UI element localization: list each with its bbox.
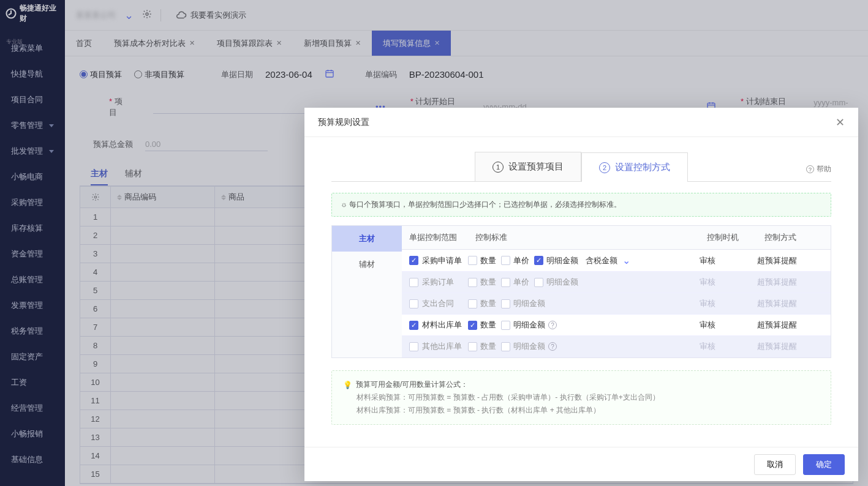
formula-box: 💡 预算可用金额/可用数量计算公式： 材料采购预算：可用预算数 = 预算数 - … <box>331 370 831 425</box>
scope-checkbox[interactable] <box>409 299 418 308</box>
checkbox-明细金额[interactable]: 明细金额 ? <box>501 341 557 352</box>
cfg-row-0: 采购申请单数量单价明细金额含税金额⌄审核超预算提醒 <box>402 250 831 272</box>
checkbox-数量[interactable]: 数量 <box>468 298 496 309</box>
checkbox-明细金额[interactable]: 明细金额 <box>534 255 578 266</box>
checkbox-数量[interactable]: 数量 <box>468 255 496 266</box>
scope-checkbox[interactable] <box>409 278 418 287</box>
cfg-col-scope: 单据控制范围 <box>402 226 468 249</box>
checkbox-明细金额[interactable]: 明细金额 <box>534 277 578 288</box>
cfg-col-std: 控制标准 <box>468 226 700 249</box>
cfg-col-time: 控制时机 <box>700 226 757 249</box>
checkbox-单价[interactable]: 单价 <box>501 277 529 288</box>
budget-rules-modal: 预算规则设置 ✕ 1设置预算项目 2设置控制方式 ?帮助 ☼ 每口个预算项口，单… <box>304 108 858 481</box>
checkbox-数量[interactable]: 数量 <box>468 277 496 288</box>
help-link[interactable]: ?帮助 <box>806 164 831 174</box>
notice-bar: ☼ 每口个预算项口，单据控制范围口少选择口个；已选控制单据，必须选择控制标准。 <box>331 193 831 217</box>
cfg-side-aux[interactable]: 辅材 <box>332 252 402 277</box>
cfg-row-1: 采购订单数量单价明细金额审核超预算提醒 <box>402 272 831 293</box>
checkbox-单价[interactable]: 单价 <box>501 255 529 266</box>
checkbox-数量[interactable]: 数量 <box>468 341 496 352</box>
ok-button[interactable]: 确定 <box>803 454 845 475</box>
dropdown-icon[interactable]: ⌄ <box>622 255 630 266</box>
modal-title: 预算规则设置 <box>318 117 369 128</box>
step-tab-1[interactable]: 1设置预算项目 <box>475 152 581 181</box>
cfg-row-3: 材料出库单数量明细金额 ?审核超预算提醒 <box>402 315 831 336</box>
step-tab-2[interactable]: 2设置控制方式 <box>581 152 688 182</box>
scope-checkbox[interactable] <box>409 256 418 265</box>
cfg-row-4: 其他出库单数量明细金额 ?审核超预算提醒 <box>402 336 831 357</box>
cfg-row-2: 支出合同数量明细金额审核超预算提醒 <box>402 293 831 315</box>
checkbox-明细金额[interactable]: 明细金额 ? <box>501 320 557 331</box>
cfg-side-main[interactable]: 主材 <box>332 226 402 252</box>
cancel-button[interactable]: 取消 <box>754 454 796 475</box>
info-icon[interactable]: ? <box>548 321 557 329</box>
scope-checkbox[interactable] <box>409 342 418 351</box>
modal-close-icon[interactable]: ✕ <box>836 116 845 129</box>
checkbox-数量[interactable]: 数量 <box>468 320 496 331</box>
scope-checkbox[interactable] <box>409 321 418 330</box>
checkbox-明细金额[interactable]: 明细金额 <box>501 298 545 309</box>
cfg-col-mode: 控制方式 <box>757 226 831 249</box>
info-icon[interactable]: ? <box>548 342 557 351</box>
